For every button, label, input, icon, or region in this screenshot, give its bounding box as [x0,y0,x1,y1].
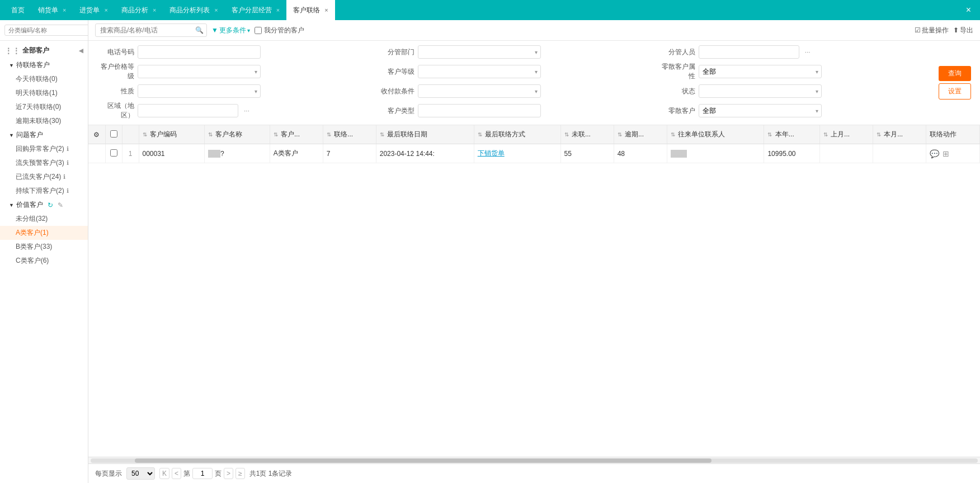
page-size-select[interactable]: 50 100 [126,467,155,480]
last-page-btn[interactable]: ≥ [235,468,245,479]
filter-search-input[interactable] [95,23,207,37]
nav-item-home[interactable]: 首页 [4,0,31,20]
info-icon-3: ℹ [63,173,65,181]
col-sort-icon-10: ⇅ [767,131,772,138]
my-customers-checkbox[interactable] [255,27,262,34]
payment-select[interactable] [418,84,541,98]
sidebar-item-repurchase[interactable]: 回购异常客户(2) ℹ [0,142,88,156]
manager-label: 分管人员 [656,48,695,57]
row-actions: 💬 ⊞ [926,144,979,163]
table-col-name: ⇅ 客户名称 [204,125,270,144]
sidebar-item-7days[interactable]: 近7天待联络(0) [0,100,88,114]
nature-select[interactable] [138,84,261,98]
sidebar-item-class-c[interactable]: C类客户(6) [0,254,88,268]
sidebar-search-input[interactable] [4,25,88,36]
nav-close-all[interactable]: × [962,5,976,15]
page-label: 第 [183,469,190,479]
sidebar-value-customers-section[interactable]: ▼ 价值客户 ↻ ✎ [0,198,88,212]
page-input[interactable] [192,468,213,479]
table-select-all[interactable] [110,130,117,138]
row-select-checkbox[interactable] [110,149,117,157]
dept-label: 分管部门 [375,48,414,57]
nav-item-customer-tier[interactable]: 客户分层经营 × [225,0,286,20]
table-col-num [122,125,139,144]
nav-close-customer-tier[interactable]: × [276,0,280,20]
sidebar-item-tomorrow[interactable]: 明天待联络(1) [0,86,88,100]
sidebar: 🔍 ⋮⋮ 全部客户 ◀ ▼ 待联络客户 今天待联络(0) 明天待联络(1) 近7… [0,20,88,483]
col-sort-icon-12: ⇅ [877,131,881,138]
sidebar-item-declining[interactable]: 持续下滑客户(2) ℹ [0,184,88,198]
chevron-down-icon: ▾ [247,27,250,34]
batch-operation-btn[interactable]: ☑ 批量操作 [915,26,949,35]
sidebar-all-customers[interactable]: ⋮⋮ 全部客户 ◀ [0,43,88,58]
col-sort-icon-5: ⇅ [380,131,384,138]
nav-item-analysis[interactable]: 商品分析 × [115,0,163,20]
table-header-row: ⚙ ⇅ 客户编码 ⇅ 客户名称 [88,125,980,144]
customer-type-input[interactable] [418,104,541,117]
col-sort-icon-6: ⇅ [478,131,482,138]
status-select[interactable] [699,84,822,98]
nav-item-customer-contact[interactable]: 客户联络 × [286,0,334,20]
filter-icon: ▼ [211,26,218,34]
more-conditions-btn[interactable]: ▼ 更多条件 ▾ [211,26,250,35]
row-last-month [819,144,873,163]
nav-item-analysis-list[interactable]: 商品分析列表 × [163,0,224,20]
nav-item-purchase[interactable]: 进货单 × [73,0,114,20]
nav-close-customer-contact[interactable]: × [324,0,328,20]
refresh-icon[interactable]: ↻ [48,201,53,209]
retail-attr-select[interactable]: 全部 [699,65,822,78]
region-input[interactable] [138,104,238,117]
info-icon-4: ℹ [67,187,69,195]
row-this-year: 10995.00 [764,144,819,163]
sidebar-pending-contact-section[interactable]: ▼ 待联络客户 [0,58,88,72]
query-button[interactable]: 查询 [939,66,971,81]
nav-close-analysis-list[interactable]: × [214,0,218,20]
table-col-code: ⇅ 客户编码 [139,125,204,144]
prev-page-btn[interactable]: < [172,468,181,479]
sidebar-problem-customers-section[interactable]: ▼ 问题客户 [0,128,88,142]
settings-button[interactable]: 设置 [939,83,971,100]
row-contact-count: 7 [323,144,376,163]
row-last-method-link[interactable]: 下销货单 [478,149,505,157]
total-records: 共1页 1条记录 [249,469,293,479]
gear-icon[interactable]: ⚙ [93,131,100,139]
price-level-select[interactable] [138,65,261,78]
sidebar-item-ungroup[interactable]: 未分组(32) [0,212,88,226]
sidebar-item-churn-warning[interactable]: 流失预警客户(3) ℹ [0,156,88,170]
edit-icon[interactable]: ✎ [58,201,63,209]
next-page-btn[interactable]: > [224,468,233,479]
nav-close-sales[interactable]: × [63,0,66,20]
filter-nature: 性质 ▾ [95,84,369,98]
table-col-gear: ⚙ [88,125,105,144]
sidebar-item-class-b[interactable]: B类客户(33) [0,240,88,254]
sidebar-item-class-a[interactable]: A类客户(1) [0,226,88,240]
horizontal-scrollbar[interactable] [88,457,980,463]
phone-input[interactable] [138,45,261,59]
retail-select[interactable]: 全部 [699,104,822,117]
manager-dots-icon[interactable]: ··· [805,48,811,56]
page-nav: K < 第 页 > ≥ [159,468,245,479]
qr-icon[interactable]: ⊞ [943,149,949,158]
export-btn[interactable]: ⬆ 导出 [953,26,973,35]
nav-close-purchase[interactable]: × [104,0,107,20]
filter-search-icon[interactable]: 🔍 [195,26,204,34]
sidebar-item-churned[interactable]: 已流失客户(24) ℹ [0,170,88,184]
region-dots-icon[interactable]: ··· [244,107,249,115]
table-col-uncontacted: ⇅ 未联... [560,125,614,144]
filter-dept: 分管部门 ▾ [375,45,649,59]
region-label: 区域（地区） [95,101,134,120]
first-page-btn[interactable]: K [159,468,169,479]
sidebar-item-today[interactable]: 今天待联络(0) [0,72,88,86]
nav-item-sales[interactable]: 销货单 × [31,0,73,20]
customer-level-select[interactable] [418,65,541,78]
table-col-contact: ⇅ 联络... [323,125,376,144]
row-name: ■■? [204,144,270,163]
dept-select[interactable] [418,45,541,59]
chat-icon[interactable]: 💬 [930,149,939,158]
manager-input[interactable] [699,45,799,59]
filter-row-4: 区域（地区） ··· 客户类型 零散客户 全部 ▾ [95,101,930,120]
nav-close-analysis[interactable]: × [153,0,156,20]
sidebar-tree: ⋮⋮ 全部客户 ◀ ▼ 待联络客户 今天待联络(0) 明天待联络(1) 近7天待… [0,41,88,483]
row-num: 1 [122,144,139,163]
sidebar-item-overdue[interactable]: 逾期未联络(30) [0,114,88,128]
